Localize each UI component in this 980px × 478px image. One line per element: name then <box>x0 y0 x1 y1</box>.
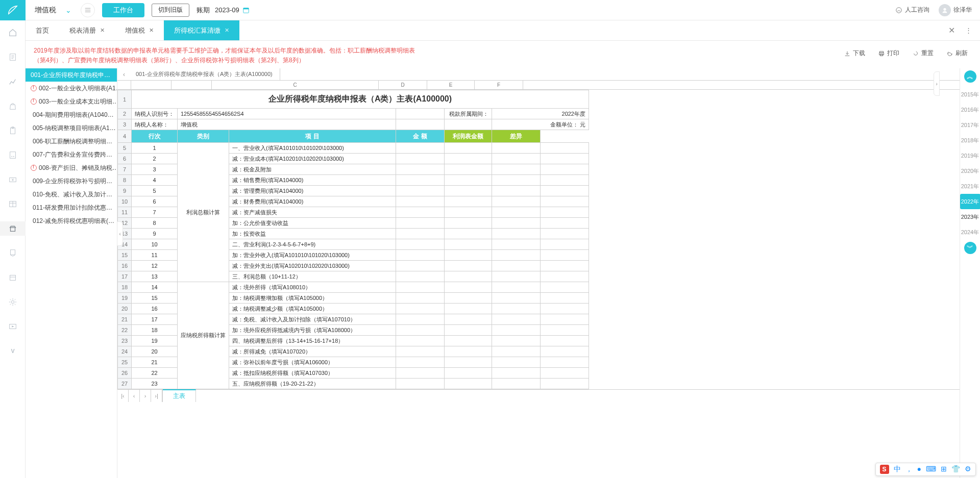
cell[interactable] <box>492 368 541 379</box>
print-button[interactable]: 打印 <box>878 49 899 58</box>
cell[interactable] <box>541 175 589 186</box>
cell[interactable]: 12 <box>132 261 178 271</box>
cell[interactable] <box>445 293 492 304</box>
cell[interactable]: 19 <box>118 293 132 304</box>
cell[interactable] <box>445 357 492 368</box>
collapse-left-handle[interactable]: ‹ <box>117 221 123 246</box>
cell[interactable]: 1 <box>118 90 132 109</box>
cell[interactable] <box>492 282 541 293</box>
tree-item-4[interactable]: 005-纳税调整项目明细表(A1… <box>26 121 117 135</box>
cell[interactable] <box>396 229 445 239</box>
nav-tax-icon[interactable] <box>0 221 26 236</box>
cell[interactable] <box>445 218 492 229</box>
cell[interactable]: 6 <box>132 196 178 207</box>
switch-old-button[interactable]: 切到旧版 <box>152 4 189 17</box>
cell[interactable] <box>492 304 541 314</box>
cell[interactable] <box>396 143 445 154</box>
nav-stamp-icon[interactable] <box>0 246 26 260</box>
cell[interactable] <box>396 346 445 357</box>
cell[interactable]: 6 <box>118 154 132 164</box>
nav-bag-icon[interactable] <box>0 99 26 113</box>
cell[interactable] <box>445 207 492 218</box>
cell[interactable] <box>492 271 541 282</box>
cell[interactable]: 类别 <box>178 130 229 143</box>
tab-1[interactable]: 税表清册✕ <box>59 20 115 40</box>
sheet-nav-first[interactable]: |‹ <box>117 390 129 402</box>
cell[interactable]: 5 <box>132 186 178 196</box>
cell[interactable]: 7 <box>132 207 178 218</box>
year-option[interactable]: 2017年 <box>960 117 981 133</box>
ime-item[interactable]: 👕 <box>951 465 960 474</box>
cell[interactable] <box>445 368 492 379</box>
cell[interactable]: 减：境外所得（填写A108010） <box>229 282 396 293</box>
ime-item[interactable]: ⊞ <box>941 465 947 474</box>
cell[interactable] <box>492 357 541 368</box>
cell[interactable] <box>396 119 445 130</box>
cell[interactable] <box>396 109 445 119</box>
cell[interactable]: 加：境外应税所得抵减境内亏损（填写A108000） <box>229 325 396 336</box>
nav-vip-icon[interactable]: V <box>0 344 26 358</box>
cell[interactable]: 税款所属期间： <box>445 109 492 119</box>
company-selector[interactable]: 增值税 <box>26 6 65 15</box>
cell[interactable]: 18 <box>118 282 132 293</box>
cell[interactable]: 15 <box>118 250 132 261</box>
cell[interactable] <box>492 346 541 357</box>
cell[interactable]: 16 <box>118 261 132 271</box>
cell[interactable]: 减：资产减值损失 <box>229 207 396 218</box>
cell[interactable]: 利润总额计算 <box>178 143 229 282</box>
brand-logo[interactable] <box>0 0 26 20</box>
refresh-button[interactable]: 刷新 <box>947 49 968 58</box>
cell[interactable]: 11 <box>132 250 178 261</box>
cell[interactable]: 减：所得减免（填写A107020） <box>229 346 396 357</box>
cell[interactable]: 加：公允价值变动收益 <box>229 218 396 229</box>
year-option[interactable]: 2023年 <box>960 209 981 224</box>
cell[interactable]: 10 <box>132 239 178 250</box>
cell[interactable]: 8 <box>132 218 178 229</box>
cell[interactable] <box>492 207 541 218</box>
year-option[interactable]: 2021年 <box>960 179 981 194</box>
nav-report-icon[interactable] <box>0 50 26 64</box>
cell[interactable] <box>396 164 445 175</box>
cell[interactable]: 加：纳税调整增加额（填写A105000） <box>229 293 396 304</box>
cell[interactable] <box>396 261 445 271</box>
ime-item[interactable]: 中 <box>894 465 901 474</box>
cell[interactable] <box>445 229 492 239</box>
cell[interactable] <box>445 164 492 175</box>
cell[interactable]: 金额单位： 元 <box>492 119 589 130</box>
tree-item-1[interactable]: 002-一般企业收入明细表(A1… <box>26 82 117 95</box>
cell[interactable] <box>492 293 541 304</box>
cell[interactable]: 20 <box>132 346 178 357</box>
cell[interactable]: 16 <box>132 304 178 314</box>
tree-item-6[interactable]: 007-广告费和业务宣传费跨… <box>26 148 117 161</box>
cell[interactable]: 3 <box>132 164 178 175</box>
cell[interactable] <box>492 154 541 164</box>
cell[interactable] <box>541 357 589 368</box>
cell[interactable] <box>541 325 589 336</box>
cell[interactable]: 利润表金额 <box>445 130 492 143</box>
cell[interactable] <box>492 239 541 250</box>
cell[interactable]: 2022年度 <box>492 109 589 119</box>
cell[interactable] <box>541 293 589 304</box>
cell[interactable] <box>396 357 445 368</box>
user-menu[interactable]: 徐泽华 <box>939 4 972 16</box>
cell[interactable]: 7 <box>118 164 132 175</box>
cell[interactable]: 22 <box>132 368 178 379</box>
cell[interactable] <box>492 325 541 336</box>
cell[interactable] <box>541 196 589 207</box>
cell[interactable] <box>445 119 492 130</box>
download-button[interactable]: 下载 <box>844 49 865 58</box>
cell[interactable] <box>445 282 492 293</box>
cell[interactable]: 4 <box>118 130 132 143</box>
cell[interactable]: 减：税金及附加 <box>229 164 396 175</box>
ime-item[interactable]: ⚙ <box>965 465 971 474</box>
cell[interactable] <box>445 239 492 250</box>
collapse-right-handle[interactable]: › <box>934 71 940 96</box>
nav-calc-icon[interactable] <box>0 148 26 162</box>
cell[interactable]: 项 目 <box>229 130 396 143</box>
year-scroll-up-icon[interactable]: ︽ <box>964 70 976 83</box>
cell[interactable] <box>445 325 492 336</box>
cell[interactable]: 减：免税、减计收入及加计扣除（填写A107010） <box>229 314 396 325</box>
cell[interactable]: 差异 <box>492 130 541 143</box>
sheet-tab[interactable]: 001-企业所得税年度纳税申报表（A类）主表(A100000) <box>129 68 280 81</box>
cell[interactable]: 减：弥补以前年度亏损（填写A106000） <box>229 357 396 368</box>
